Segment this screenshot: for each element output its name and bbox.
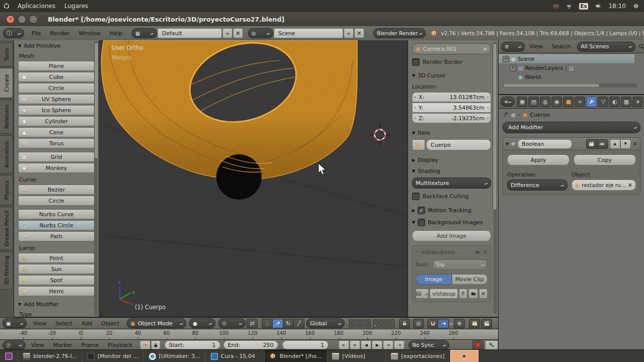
delete-modifier-icon[interactable]: ✕: [633, 141, 637, 147]
toolshelf-tab-create[interactable]: Create: [0, 68, 13, 98]
layer-cell[interactable]: [358, 319, 362, 323]
search-icon[interactable]: [638, 44, 644, 50]
scene-name-field[interactable]: Scene: [274, 28, 343, 38]
object-select-field[interactable]: ▣ restador eje ru... ✕: [572, 179, 636, 191]
image-datablock-name[interactable]: vistasup: [430, 289, 458, 299]
editor-type-button[interactable]: ≡▴▾: [501, 97, 515, 107]
modifier-name-field[interactable]: Boolean: [518, 139, 572, 149]
cursor-x-field[interactable]: ◂X: 13.01287cm▸: [412, 92, 491, 102]
add-cylinder-button[interactable]: ▮Cylinder: [18, 116, 95, 126]
layer-cell[interactable]: [362, 324, 366, 328]
toolshelf-tab-3d-printing[interactable]: 3D Printing: [0, 251, 13, 290]
render-engine-select[interactable]: Blender Render▴▾: [373, 28, 426, 38]
outliner-hscrollbar[interactable]: [503, 83, 637, 87]
3d-viewport[interactable]: z y x User Ortho Meters (1) Cuerpo: [99, 40, 408, 317]
snap-target-button[interactable]: ⊕: [454, 319, 465, 328]
motion-tracking-checkbox[interactable]: ✓: [418, 207, 425, 214]
add-bezier-button[interactable]: ≈Bezier: [18, 185, 95, 195]
add-scene-button[interactable]: ＋: [344, 28, 354, 38]
add-circle-button[interactable]: ◌Circle: [18, 196, 95, 206]
unlink-image-button[interactable]: ✕: [479, 289, 488, 299]
properties-tab-particles[interactable]: ∗: [632, 97, 643, 107]
toolshelf-tab-tools[interactable]: Tools: [0, 42, 13, 66]
timeline-menu-frame[interactable]: Frame: [77, 342, 103, 348]
layer-cell[interactable]: [391, 324, 395, 328]
add-torus-button[interactable]: ◎Torus: [18, 138, 95, 148]
properties-tab-render-layers[interactable]: ▤: [528, 97, 539, 107]
toolshelf-tab-physics[interactable]: Physics: [0, 175, 13, 205]
add-image-button[interactable]: Add Image: [412, 230, 491, 241]
add-hemi-button[interactable]: ◗Hemi: [18, 286, 95, 296]
properties-tab-material[interactable]: ◐: [609, 97, 620, 107]
viewport-menu-object[interactable]: Object: [97, 320, 124, 327]
properties-tab-scene[interactable]: ◍: [540, 97, 550, 107]
layer-cell[interactable]: [367, 324, 371, 328]
menu-lugares[interactable]: Lugares: [60, 3, 93, 10]
end-frame-field[interactable]: End:250: [223, 340, 278, 349]
renderlayer-icon[interactable]: ▤: [569, 65, 574, 71]
layers-widget[interactable]: [349, 319, 395, 328]
panel-header-display[interactable]: ▶Display::::: [412, 157, 491, 163]
layer-cell[interactable]: [382, 324, 386, 328]
remove-bg-image-icon[interactable]: ✕: [483, 249, 488, 255]
cursor-z-field[interactable]: ◂Z: -2.19235cm▸: [412, 113, 491, 123]
image-datablock-icon-button[interactable]: ▴▾: [416, 289, 429, 299]
layer-cell[interactable]: [373, 319, 377, 323]
clock[interactable]: 18:10: [608, 3, 626, 10]
viewport-shading-select[interactable]: ●▴▾: [189, 318, 215, 328]
layer-cell[interactable]: [377, 324, 381, 328]
expand-icon[interactable]: +: [510, 65, 516, 71]
add-cube-button[interactable]: ▣Cube: [18, 72, 95, 82]
timeline-menu-playback[interactable]: Playback: [103, 342, 137, 348]
ubuntu-logo-icon[interactable]: [0, 3, 13, 9]
panel-header-item[interactable]: ▼Item::::: [412, 130, 491, 136]
operation-select[interactable]: Difference▴▾: [507, 179, 568, 191]
layer-group-1[interactable]: [373, 319, 395, 328]
current-frame-line[interactable]: [82, 329, 83, 339]
screen-recorder-icon[interactable]: [553, 3, 559, 9]
timeline-ruler[interactable]: -40-200204060801001201401601802002202402…: [0, 329, 498, 339]
apply-button[interactable]: Apply: [507, 154, 570, 165]
layer-cell[interactable]: [362, 319, 366, 323]
layer-cell[interactable]: [358, 324, 362, 328]
cursor-y-field[interactable]: ◂Y: 3.54863cm▸: [412, 103, 491, 113]
move-modifier-up-button[interactable]: ▲: [610, 139, 620, 149]
panel-header-background-images[interactable]: ▼ Background Images: [412, 219, 491, 226]
properties-tab-constraints[interactable]: ∞: [575, 97, 585, 107]
session-gear-icon[interactable]: [633, 3, 639, 9]
volume-icon[interactable]: [595, 3, 601, 9]
add-uv-sphere-button[interactable]: ◍UV Sphere: [18, 94, 95, 104]
add-cone-button[interactable]: ▲Cone: [18, 127, 95, 137]
layer-cell[interactable]: [382, 319, 386, 323]
panel-header-3d-cursor[interactable]: ▼3D Cursor::::: [412, 72, 491, 79]
info-menu-window[interactable]: Window: [74, 30, 105, 37]
add-path-button[interactable]: ↗Path: [18, 231, 95, 241]
viewport-menu-add[interactable]: Add: [77, 320, 97, 327]
editor-type-button[interactable]: ≣▴▾: [501, 42, 525, 52]
rotate-manipulator-button[interactable]: ↻: [283, 319, 294, 328]
add-ico-sphere-button[interactable]: ◈Ico Sphere: [18, 105, 95, 115]
collapse-icon[interactable]: −: [503, 56, 509, 62]
add-monkey-button[interactable]: ◉Monkey: [18, 163, 95, 173]
add-sun-button[interactable]: ☀Sun: [18, 264, 95, 274]
layer-cell[interactable]: [349, 319, 353, 323]
lock-range-button[interactable]: [151, 340, 160, 349]
preview-range-button[interactable]: ◔: [140, 340, 150, 349]
background-images-checkbox[interactable]: [418, 219, 425, 226]
add-modifier-select[interactable]: Add Modifier▴▾: [503, 122, 640, 133]
minimize-button[interactable]: –: [18, 15, 26, 24]
layer-cell[interactable]: [349, 324, 353, 328]
taskbar-item-v-deos[interactable]: [Vídeos]: [327, 350, 386, 362]
translate-manipulator-button[interactable]: ↗: [273, 319, 283, 328]
layout-name-field[interactable]: Default: [157, 28, 222, 38]
properties-tab-modifiers[interactable]: [586, 97, 597, 107]
keyboard-layout-indicator[interactable]: Es: [579, 3, 589, 10]
outliner-hscrollbar-thumb[interactable]: [504, 84, 599, 87]
panel-header-motion-tracking[interactable]: ▶✓ Motion Tracking::::: [412, 207, 491, 214]
layer-cell[interactable]: [353, 319, 357, 323]
scene-icon-button[interactable]: ◍▴▾: [248, 28, 273, 38]
toolshelf-tab-animation[interactable]: Animation: [0, 135, 13, 173]
layout-icon-button[interactable]: ▦▴▾: [132, 28, 157, 38]
add-grid-button[interactable]: ▦Grid: [18, 152, 95, 162]
lock-to-scene-button[interactable]: [399, 319, 410, 328]
